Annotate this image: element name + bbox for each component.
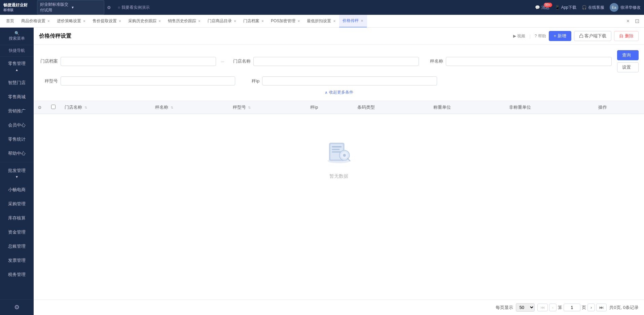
sidebar-item-retail-mgmt[interactable]: 零售管理 ▲ bbox=[0, 57, 34, 76]
scale-name-input[interactable] bbox=[446, 57, 612, 66]
last-page-btn[interactable]: ⏭ bbox=[596, 304, 607, 311]
sidebar-item-ecommerce[interactable]: 小畅电商 bbox=[0, 183, 34, 197]
sidebar-item-wholesale-mgmt[interactable]: 批发管理 ▼ bbox=[0, 164, 34, 183]
tab-home-label: 首页 bbox=[6, 18, 14, 24]
sidebar-item-tax[interactable]: 税务管理 bbox=[0, 268, 34, 282]
sidebar-item-marketing[interactable]: 营销推广 bbox=[0, 104, 34, 118]
sidebar-item-marketing-label: 营销推广 bbox=[8, 108, 26, 114]
tab-home[interactable]: 首页 bbox=[3, 15, 18, 28]
tab-price-scale-close[interactable]: × bbox=[361, 19, 363, 23]
tab-price-setting-close[interactable]: × bbox=[47, 19, 50, 24]
user-menu[interactable]: Ea 徐泽华修改 bbox=[610, 3, 641, 12]
tab-price-scale-label: 价格传秤 bbox=[343, 18, 359, 24]
next-page-btn[interactable]: › bbox=[587, 304, 595, 311]
tab-store-catalog[interactable]: 门店商品目录 × bbox=[204, 15, 240, 28]
delete-button[interactable]: 自 删除 bbox=[614, 31, 639, 41]
add-button[interactable]: + 新增 bbox=[549, 31, 571, 41]
ellipsis-icon[interactable]: ··· bbox=[219, 59, 226, 64]
user-name: 徐泽华修改 bbox=[620, 5, 641, 10]
message-btn[interactable]: 💬 消息 99+ bbox=[535, 5, 549, 10]
sidebar-quick-nav[interactable]: 快捷导航 bbox=[0, 45, 34, 57]
demo-label: 我要看实例演示 bbox=[121, 5, 150, 10]
tab-sales-history[interactable]: 销售历史价跟踪 × bbox=[165, 15, 204, 28]
store-archive-input[interactable] bbox=[61, 57, 216, 66]
page-suffix: 页 bbox=[582, 305, 586, 311]
first-page-btn[interactable]: ⏮ bbox=[537, 304, 548, 311]
sidebar-item-smart-store[interactable]: 智慧门店 bbox=[0, 76, 34, 90]
help-icon: ? bbox=[535, 34, 537, 38]
sidebar-item-retail-mall[interactable]: 零售商城 bbox=[0, 90, 34, 104]
version-select[interactable]: 好业财标准版交付试用 ▾ bbox=[37, 0, 104, 15]
tab-store-catalog-label: 门店商品目录 bbox=[208, 18, 232, 24]
scale-ip-input[interactable] bbox=[262, 76, 437, 85]
main-layout: 🔍 搜索菜单 快捷导航 零售管理 ▲ 智慧门店 零售商城 营销推广 会员中心 零… bbox=[0, 28, 644, 315]
sidebar-item-tax-label: 税务管理 bbox=[8, 272, 26, 278]
settings-filter-button[interactable]: 设置 bbox=[617, 62, 639, 72]
svg-rect-5 bbox=[332, 151, 341, 152]
sidebar-search[interactable]: 🔍 搜索菜单 bbox=[0, 28, 34, 45]
sidebar-item-inventory[interactable]: 库存核算 bbox=[0, 211, 34, 225]
tab-close-btn[interactable]: × bbox=[624, 18, 632, 25]
sidebar-item-ledger[interactable]: 总账管理 bbox=[0, 239, 34, 253]
app-download-btn[interactable]: 📱 App下载 bbox=[555, 5, 576, 10]
th-scale-type[interactable]: 秤型号 ⇅ bbox=[229, 101, 306, 114]
page-input[interactable] bbox=[564, 304, 580, 311]
sidebar-item-invoice[interactable]: 发票管理 bbox=[0, 253, 34, 268]
demo-link[interactable]: ○ 我要看实例演示 bbox=[118, 5, 150, 10]
collapse-button[interactable]: ∧ 收起更多条件 bbox=[325, 90, 353, 95]
message-badge: 99+ bbox=[544, 3, 552, 7]
tab-sale-extract[interactable]: 售价提取设置 × bbox=[89, 15, 125, 28]
content: 价格传秤设置 ▶ 视频 | ? 帮助 + 新增 凸 客户端下载 自 删除 bbox=[34, 28, 644, 315]
tab-purchase-history-close[interactable]: × bbox=[158, 19, 161, 24]
sidebar-item-member[interactable]: 会员中心 bbox=[0, 118, 34, 132]
sidebar-item-purchase[interactable]: 采购管理 bbox=[0, 197, 34, 211]
page-title: 价格传秤设置 bbox=[39, 33, 71, 40]
tab-purchase-history[interactable]: 采购历史价跟踪 × bbox=[125, 15, 165, 28]
sidebar-item-finance-label: 资金管理 bbox=[8, 229, 26, 235]
th-store-name[interactable]: 门店名称 ⇅ bbox=[61, 101, 151, 114]
video-link[interactable]: ▶ 视频 bbox=[513, 33, 525, 39]
table-area: ⚙ 门店名称 ⇅ 秤名称 ⇅ bbox=[34, 101, 644, 300]
page-size-select[interactable]: 10 20 50 100 bbox=[516, 303, 535, 312]
help-link[interactable]: ? 帮助 bbox=[535, 33, 546, 39]
th-scale-type-label: 秤型号 bbox=[233, 105, 246, 110]
video-icon: ▶ bbox=[513, 34, 516, 38]
download-button[interactable]: 凸 客户端下载 bbox=[574, 31, 612, 41]
th-scale-name[interactable]: 秤名称 ⇅ bbox=[151, 101, 228, 114]
scale-type-label: 秤型号 bbox=[39, 78, 58, 84]
sidebar-item-invoice-label: 发票管理 bbox=[8, 257, 26, 264]
sidebar-settings[interactable]: ⚙ bbox=[0, 299, 34, 315]
search-icon: 🔍 bbox=[14, 31, 20, 36]
store-name-label: 门店名称 bbox=[232, 58, 251, 64]
select-all-checkbox[interactable] bbox=[51, 105, 56, 109]
tab-sale-extract-close[interactable]: × bbox=[119, 19, 121, 24]
store-name-input[interactable] bbox=[253, 57, 419, 66]
table-settings-icon[interactable]: ⚙ bbox=[38, 105, 42, 110]
tab-store-catalog-close[interactable]: × bbox=[234, 19, 236, 24]
sidebar-item-help[interactable]: 帮助中心 bbox=[0, 146, 34, 161]
online-service-btn[interactable]: 🎧 在线客服 bbox=[582, 5, 604, 10]
tab-pos[interactable]: POS加密管理 × bbox=[267, 15, 303, 28]
tab-min-discount-close[interactable]: × bbox=[333, 19, 335, 24]
tab-expand-btn[interactable]: ⊡ bbox=[633, 17, 641, 25]
prev-page-btn[interactable]: ‹ bbox=[549, 304, 557, 311]
filter-scale-type: 秤型号 bbox=[39, 76, 235, 85]
tab-price-scale[interactable]: 价格传秤 × bbox=[339, 15, 367, 28]
tab-purchase-strategy[interactable]: 进价策略设置 × bbox=[53, 15, 89, 28]
sidebar-item-purchase-label: 采购管理 bbox=[8, 201, 26, 207]
tab-sales-history-close[interactable]: × bbox=[198, 19, 201, 24]
sidebar-item-finance[interactable]: 资金管理 bbox=[0, 225, 34, 239]
scale-type-input[interactable] bbox=[61, 76, 235, 85]
app-name: 畅捷通好业财 bbox=[3, 3, 37, 8]
avatar: Ea bbox=[610, 3, 618, 12]
tab-pos-close[interactable]: × bbox=[297, 19, 300, 24]
tab-store-archive-close[interactable]: × bbox=[261, 19, 264, 24]
tab-purchase-strategy-close[interactable]: × bbox=[83, 19, 85, 24]
sidebar-item-retail-stats[interactable]: 零售统计 bbox=[0, 132, 34, 146]
filter-row-2: 秤型号 秤ip bbox=[39, 76, 639, 85]
settings-icon[interactable]: ⚙ bbox=[107, 5, 111, 10]
tab-store-archive[interactable]: 门店档案 × bbox=[240, 15, 267, 28]
tab-min-discount[interactable]: 最低折扣设置 × bbox=[303, 15, 339, 28]
query-button[interactable]: 查询 bbox=[617, 50, 639, 60]
tab-price-setting[interactable]: 商品价格设置 × bbox=[18, 15, 53, 28]
